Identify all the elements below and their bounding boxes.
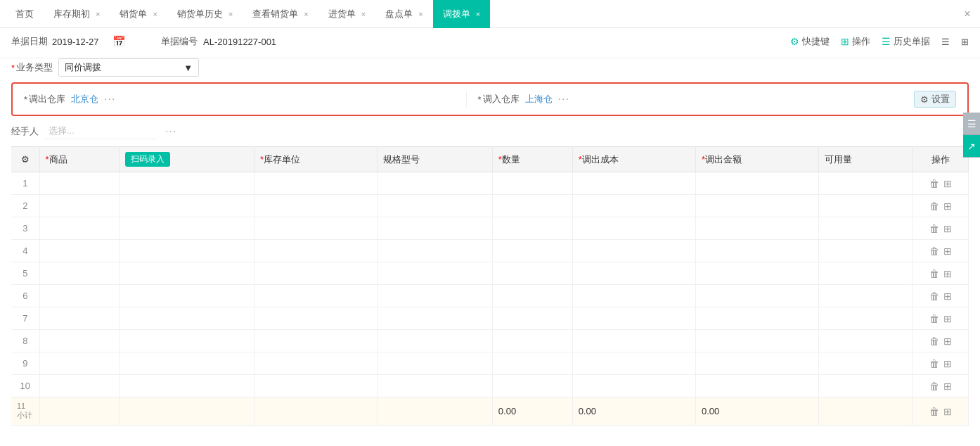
row-amount[interactable] bbox=[695, 217, 818, 240]
row-qty[interactable] bbox=[492, 172, 572, 195]
warehouse-out-value[interactable]: 北京仓 bbox=[71, 93, 98, 106]
row-qty[interactable] bbox=[492, 375, 572, 397]
handler-input[interactable]: 选择... bbox=[44, 123, 157, 139]
tab-home[interactable]: 首页 bbox=[6, 0, 44, 28]
row-unit[interactable] bbox=[254, 307, 378, 330]
shortcut-button[interactable]: ⚙ 快捷键 bbox=[790, 35, 830, 48]
close-stocktake[interactable]: × bbox=[418, 10, 423, 18]
th-settings[interactable]: ⚙ bbox=[11, 147, 39, 172]
row-amount[interactable] bbox=[695, 375, 818, 397]
row-unit[interactable] bbox=[254, 240, 378, 262]
delete-icon[interactable]: 🗑 bbox=[929, 291, 939, 302]
close-all-button[interactable]: × bbox=[960, 7, 974, 21]
delete-icon[interactable]: 🗑 bbox=[929, 223, 939, 234]
row-unit[interactable] bbox=[254, 217, 378, 240]
warehouse-in-more[interactable]: ··· bbox=[558, 93, 569, 106]
tab-purchase[interactable]: 进货单 × bbox=[318, 0, 375, 28]
delete-icon[interactable]: 🗑 bbox=[929, 313, 939, 324]
close-sales-history[interactable]: × bbox=[228, 10, 233, 18]
scan-button[interactable]: 扫码录入 bbox=[125, 152, 170, 167]
copy-icon[interactable]: ⊞ bbox=[943, 406, 952, 417]
row-amount[interactable] bbox=[695, 262, 818, 285]
layout-list-button[interactable]: ☰ bbox=[941, 37, 950, 47]
delete-icon[interactable]: 🗑 bbox=[929, 200, 939, 212]
row-unit[interactable] bbox=[254, 375, 378, 397]
row-qty[interactable] bbox=[492, 352, 572, 375]
date-value[interactable]: 2019-12-27 bbox=[52, 37, 108, 47]
row-goods[interactable] bbox=[39, 195, 120, 217]
row-spec[interactable] bbox=[378, 307, 492, 330]
delete-icon[interactable]: 🗑 bbox=[929, 358, 939, 369]
row-goods[interactable] bbox=[39, 285, 120, 307]
row-qty[interactable] bbox=[492, 330, 572, 352]
row-cost[interactable] bbox=[572, 375, 695, 397]
copy-icon[interactable]: ⊞ bbox=[943, 381, 952, 392]
row-spec[interactable] bbox=[378, 172, 492, 195]
row-spec[interactable] bbox=[378, 240, 492, 262]
row-cost[interactable] bbox=[572, 217, 695, 240]
tab-sales-history[interactable]: 销货单历史 × bbox=[167, 0, 243, 28]
calendar-icon[interactable]: 📅 bbox=[112, 35, 126, 48]
side-list-icon[interactable]: ☰ bbox=[963, 113, 980, 135]
row-cost[interactable] bbox=[572, 262, 695, 285]
close-sales-order[interactable]: × bbox=[153, 10, 157, 18]
copy-icon[interactable]: ⊞ bbox=[943, 358, 952, 369]
close-transfer[interactable]: × bbox=[476, 10, 480, 18]
layout-grid-button[interactable]: ⊞ bbox=[961, 37, 969, 47]
row-unit[interactable] bbox=[254, 262, 378, 285]
row-cost[interactable] bbox=[572, 352, 695, 375]
tab-sales-order[interactable]: 销货单 × bbox=[110, 0, 167, 28]
row-qty[interactable] bbox=[492, 262, 572, 285]
row-goods[interactable] bbox=[39, 217, 120, 240]
copy-icon[interactable]: ⊞ bbox=[943, 200, 952, 212]
row-amount[interactable] bbox=[695, 352, 818, 375]
copy-icon[interactable]: ⊞ bbox=[943, 291, 952, 302]
row-goods[interactable] bbox=[39, 240, 120, 262]
close-view-sales[interactable]: × bbox=[304, 10, 308, 18]
tab-transfer[interactable]: 调拨单 × bbox=[433, 0, 490, 28]
row-amount[interactable] bbox=[695, 330, 818, 352]
row-spec[interactable] bbox=[378, 217, 492, 240]
delete-icon[interactable]: 🗑 bbox=[929, 268, 939, 279]
th-scan[interactable]: 扫码录入 bbox=[120, 147, 254, 172]
close-purchase[interactable]: × bbox=[361, 10, 366, 18]
row-qty[interactable] bbox=[492, 240, 572, 262]
delete-icon[interactable]: 🗑 bbox=[929, 246, 939, 257]
biz-type-select[interactable]: 同价调拨 ▼ bbox=[58, 58, 199, 77]
row-spec[interactable] bbox=[378, 285, 492, 307]
history-button[interactable]: ☰ 历史单据 bbox=[882, 35, 930, 48]
copy-icon[interactable]: ⊞ bbox=[943, 313, 952, 324]
tab-inventory-init[interactable]: 库存期初 × bbox=[44, 0, 110, 28]
row-unit[interactable] bbox=[254, 172, 378, 195]
handler-more[interactable]: ··· bbox=[165, 125, 176, 138]
warehouse-out-more[interactable]: ··· bbox=[104, 93, 115, 106]
row-goods[interactable] bbox=[39, 330, 120, 352]
row-qty[interactable] bbox=[492, 307, 572, 330]
delete-icon[interactable]: 🗑 bbox=[929, 336, 939, 347]
delete-icon[interactable]: 🗑 bbox=[929, 406, 939, 417]
row-goods[interactable] bbox=[39, 352, 120, 375]
row-cost[interactable] bbox=[572, 307, 695, 330]
row-spec[interactable] bbox=[378, 375, 492, 397]
row-unit[interactable] bbox=[254, 352, 378, 375]
copy-icon[interactable]: ⊞ bbox=[943, 336, 952, 347]
row-amount[interactable] bbox=[695, 172, 818, 195]
copy-icon[interactable]: ⊞ bbox=[943, 268, 952, 279]
row-cost[interactable] bbox=[572, 330, 695, 352]
copy-icon[interactable]: ⊞ bbox=[943, 178, 952, 189]
row-spec[interactable] bbox=[378, 352, 492, 375]
row-spec[interactable] bbox=[378, 195, 492, 217]
copy-icon[interactable]: ⊞ bbox=[943, 223, 952, 234]
row-goods[interactable] bbox=[39, 375, 120, 397]
row-spec[interactable] bbox=[378, 262, 492, 285]
row-goods[interactable] bbox=[39, 307, 120, 330]
row-goods[interactable] bbox=[39, 172, 120, 195]
row-cost[interactable] bbox=[572, 195, 695, 217]
row-spec[interactable] bbox=[378, 330, 492, 352]
warehouse-in-value[interactable]: 上海仓 bbox=[525, 93, 553, 106]
row-qty[interactable] bbox=[492, 217, 572, 240]
row-qty[interactable] bbox=[492, 195, 572, 217]
row-unit[interactable] bbox=[254, 285, 378, 307]
tab-stocktake[interactable]: 盘点单 × bbox=[375, 0, 432, 28]
row-amount[interactable] bbox=[695, 307, 818, 330]
